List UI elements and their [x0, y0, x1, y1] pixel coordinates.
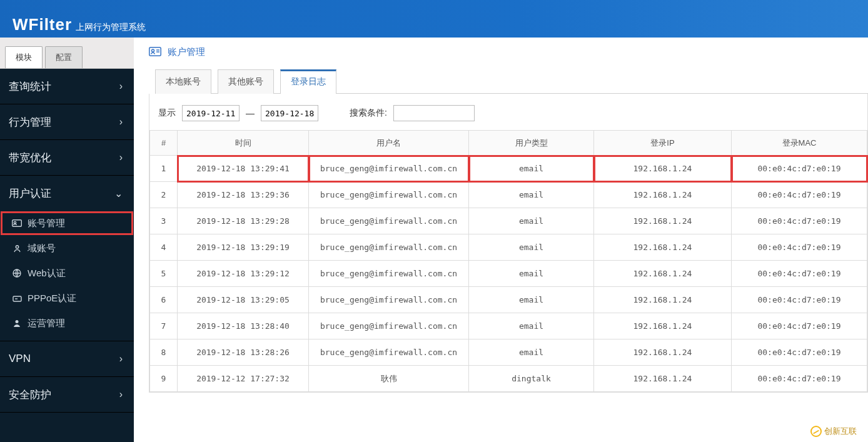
table-row: 12019-12-18 13:29:41bruce_geng@imfirewal…	[150, 156, 867, 182]
table-row: 42019-12-18 13:29:19bruce_geng@imfirewal…	[150, 234, 867, 261]
id-card-icon	[149, 47, 161, 58]
td-login-mac: 00:e0:4c:d7:e0:19	[732, 156, 867, 182]
date-from-input[interactable]	[182, 105, 240, 121]
td-usertype: email	[469, 208, 594, 234]
search-input[interactable]	[393, 105, 475, 121]
th-usertype: 用户类型	[469, 131, 594, 156]
td-time: 2019-12-18 13:29:28	[178, 208, 309, 234]
td-username: bruce_geng@imfirewall.com.cn	[309, 287, 469, 313]
breadcrumb-title: 账户管理	[168, 46, 205, 58]
sidebar: 模块 配置 查询统计 › 行为管理 › 带宽优化 › 用户认证 ⌄	[0, 38, 134, 442]
td-login-mac: 00:e0:4c:d7:e0:19	[732, 287, 867, 313]
td-index: 4	[150, 234, 178, 261]
td-username: bruce_geng@imfirewall.com.cn	[309, 182, 469, 208]
user-cog-icon	[11, 319, 23, 328]
sidebar-tab-modules[interactable]: 模块	[5, 46, 43, 68]
chevron-right-icon: ›	[119, 152, 123, 163]
th-index: #	[150, 131, 178, 156]
td-index: 2	[150, 182, 178, 208]
sub-ops-mgmt[interactable]: 运营管理	[0, 311, 134, 336]
td-time: 2019-12-18 13:29:41	[178, 156, 309, 182]
td-index: 1	[150, 156, 178, 182]
chevron-right-icon: ›	[119, 389, 123, 400]
chevron-right-icon: ›	[119, 116, 123, 128]
main-content: 账户管理 本地账号 其他账号 登录日志 显示 — 搜索条件: # 时间 用户名	[134, 38, 868, 442]
table-row: 32019-12-18 13:29:28bruce_geng@imfirewal…	[150, 208, 867, 234]
table-row: 52019-12-18 13:29:12bruce_geng@imfirewal…	[150, 261, 867, 287]
th-time: 时间	[178, 131, 309, 156]
sub-pppoe-auth[interactable]: PPPoE认证	[0, 286, 134, 311]
td-login-mac: 00:e0:4c:d7:e0:19	[732, 313, 867, 339]
chevron-right-icon: ›	[119, 353, 123, 364]
td-usertype: email	[469, 287, 594, 313]
td-login-ip: 192.168.1.24	[594, 339, 732, 366]
td-username: bruce_geng@imfirewall.com.cn	[309, 234, 469, 261]
td-login-ip: 192.168.1.24	[594, 287, 732, 313]
app-banner: WFilter 上网行为管理系统	[0, 0, 868, 38]
td-login-ip: 192.168.1.24	[594, 261, 732, 287]
nav-label: VPN	[9, 353, 31, 365]
td-username: bruce_geng@imfirewall.com.cn	[309, 208, 469, 234]
td-index: 8	[150, 339, 178, 366]
svg-point-7	[152, 49, 154, 52]
nav-label: 带宽优化	[9, 151, 51, 165]
svg-point-5	[16, 320, 19, 323]
td-login-ip: 192.168.1.24	[594, 208, 732, 234]
table-row: 72019-12-18 13:28:40bruce_geng@imfirewal…	[150, 313, 867, 339]
sub-label: Web认证	[28, 268, 66, 279]
table-row: 92019-12-12 17:27:32耿伟dingtalk192.168.1.…	[150, 366, 867, 392]
content-tabs: 本地账号 其他账号 登录日志	[155, 69, 868, 94]
th-username: 用户名	[309, 131, 469, 156]
th-login-ip: 登录IP	[594, 131, 732, 156]
nav-user-auth[interactable]: 用户认证 ⌄	[0, 176, 134, 211]
sub-label: 运营管理	[28, 318, 65, 329]
login-log-table: # 时间 用户名 用户类型 登录IP 登录MAC 12019-12-18 13:…	[149, 130, 867, 392]
td-index: 5	[150, 261, 178, 287]
td-index: 3	[150, 208, 178, 234]
td-username: bruce_geng@imfirewall.com.cn	[309, 261, 469, 287]
chevron-down-icon: ⌄	[114, 188, 123, 199]
nav-label: 行为管理	[9, 115, 51, 129]
date-to-input[interactable]	[261, 105, 318, 121]
users-icon	[11, 244, 23, 253]
filter-bar: 显示 — 搜索条件:	[149, 94, 867, 130]
nav-security[interactable]: 安全防护 ›	[0, 377, 134, 412]
app-subtitle: 上网行为管理系统	[76, 22, 146, 33]
date-range-separator: —	[246, 108, 255, 118]
tab-login-log[interactable]: 登录日志	[280, 69, 336, 94]
table-row: 82019-12-18 13:28:26bruce_geng@imfirewal…	[150, 339, 867, 366]
td-username: 耿伟	[309, 366, 469, 392]
td-time: 2019-12-12 17:27:32	[178, 366, 309, 392]
td-login-mac: 00:e0:4c:d7:e0:19	[732, 339, 867, 366]
sidebar-tab-config[interactable]: 配置	[45, 46, 83, 68]
nav-bandwidth-opt[interactable]: 带宽优化 ›	[0, 140, 134, 175]
id-card-icon	[11, 219, 23, 227]
td-login-mac: 00:e0:4c:d7:e0:19	[732, 182, 867, 208]
nav-vpn[interactable]: VPN ›	[0, 341, 134, 376]
td-usertype: dingtalk	[469, 366, 594, 392]
tab-local-account[interactable]: 本地账号	[155, 69, 211, 94]
table-row: 22019-12-18 13:29:36bruce_geng@imfirewal…	[150, 182, 867, 208]
sub-account-mgmt[interactable]: 账号管理	[0, 211, 134, 236]
td-usertype: email	[469, 234, 594, 261]
td-username: bruce_geng@imfirewall.com.cn	[309, 339, 469, 366]
tab-other-account[interactable]: 其他账号	[218, 69, 274, 94]
sub-web-auth[interactable]: Web认证	[0, 261, 134, 286]
td-usertype: email	[469, 156, 594, 182]
globe-icon	[11, 269, 23, 278]
td-usertype: email	[469, 261, 594, 287]
nav-label: 用户认证	[9, 186, 51, 201]
svg-point-1	[14, 221, 16, 223]
td-login-mac: 00:e0:4c:d7:e0:19	[732, 208, 867, 234]
nav-query-stats[interactable]: 查询统计 ›	[0, 69, 134, 104]
td-login-ip: 192.168.1.24	[594, 313, 732, 339]
svg-point-2	[16, 245, 18, 248]
th-login-mac: 登录MAC	[732, 131, 867, 156]
key-icon	[11, 294, 23, 303]
sub-domain-account[interactable]: 域账号	[0, 236, 134, 261]
nav-behavior-mgmt[interactable]: 行为管理 ›	[0, 104, 134, 139]
display-label: 显示	[158, 108, 176, 119]
td-login-ip: 192.168.1.24	[594, 366, 732, 392]
td-time: 2019-12-18 13:28:40	[178, 313, 309, 339]
td-username: bruce_geng@imfirewall.com.cn	[309, 156, 469, 182]
